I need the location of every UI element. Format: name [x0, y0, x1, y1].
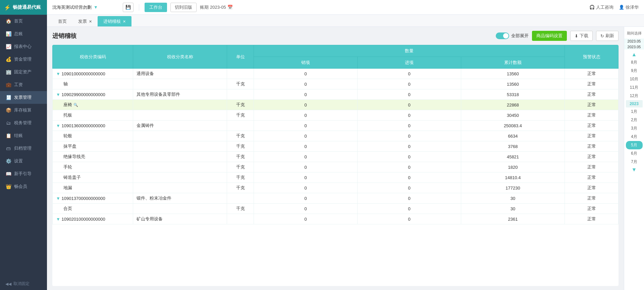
cell-tax-name: [133, 172, 227, 183]
tab-home[interactable]: 首页: [52, 16, 72, 26]
cell-tax-name: [133, 204, 227, 214]
sidebar-item-invoice[interactable]: 🧾 发票管理: [0, 91, 47, 104]
tab-invoice[interactable]: 发票 ✕: [72, 16, 98, 26]
cell-tax-code: ▼ 109010000000000000: [53, 69, 133, 79]
period-5[interactable]: 5月: [626, 141, 643, 149]
cell-total: 3768: [461, 141, 565, 152]
cell-unit: 千克: [227, 141, 254, 152]
period-down-button[interactable]: ▼: [632, 166, 637, 173]
sidebar-item-salary[interactable]: 💼 工资: [0, 78, 47, 91]
cell-sales: 0: [254, 79, 358, 89]
cell-sales: 0: [254, 121, 358, 131]
period-12[interactable]: 12月: [626, 92, 643, 100]
cell-purchase: 0: [358, 183, 461, 193]
collapse-icon[interactable]: ▼: [56, 92, 60, 97]
sidebar-item-assets[interactable]: 🏢 固定资产: [0, 66, 47, 78]
period-display: 账期 2023-05 📅: [200, 4, 233, 10]
tab-reconcile-close[interactable]: ✕: [123, 19, 126, 24]
collapse-icon[interactable]: ▼: [56, 196, 60, 201]
close-period-icon: 📋: [5, 133, 11, 138]
tab-invoice-close[interactable]: ✕: [89, 19, 92, 24]
cell-unit: 千克: [227, 183, 254, 193]
expand-toggle[interactable]: [496, 32, 509, 39]
calendar-icon[interactable]: 📅: [227, 5, 233, 10]
th-quantity: 数量: [254, 45, 565, 57]
table-row: 抹平盘千克003768正常: [53, 141, 619, 152]
period-up-button[interactable]: ▲: [632, 51, 637, 58]
cell-tax-name: [133, 131, 227, 141]
cell-sales: 0: [254, 172, 358, 183]
period-6[interactable]: 6月: [626, 149, 643, 158]
tax-icon: 🗂: [5, 120, 11, 126]
reports-icon: 📈: [5, 44, 11, 49]
tab-reconcile-label: 进销稽核: [103, 18, 121, 24]
sidebar-item-member[interactable]: 👑 畅会员: [0, 180, 47, 193]
product-code-button[interactable]: 商品编码设置: [532, 31, 567, 41]
period-7[interactable]: 7月: [626, 158, 643, 166]
th-sales: 销项: [254, 57, 358, 69]
cell-status: 正常: [565, 172, 619, 183]
refresh-button[interactable]: ↻ 刷新: [596, 31, 619, 41]
sidebar-label-guide: 新手引导: [14, 171, 32, 177]
cell-sales: 0: [254, 214, 358, 224]
period-8[interactable]: 8月: [626, 58, 643, 67]
unpin-icon: ◀◀: [5, 282, 11, 286]
cell-total: 14810.4: [461, 172, 565, 183]
assets-icon: 🏢: [5, 69, 11, 75]
table-row: ▼ 109029900000000000其他专用设备及零部件0053318正常: [53, 89, 619, 100]
sidebar-item-reports[interactable]: 📈 报表中心: [0, 40, 47, 53]
table-row: ▼ 109010000000000000通用设备0013560正常: [53, 69, 619, 79]
sidebar-label-inventory: 库存核算: [14, 107, 32, 113]
company-selector[interactable]: 沈海英测试经营勿删 ▼: [52, 4, 119, 10]
cell-sales: 0: [254, 152, 358, 162]
cell-purchase: 0: [358, 204, 461, 214]
cell-total: 1820: [461, 162, 565, 172]
sidebar-unpin-button[interactable]: ◀◀ 取消固定: [0, 278, 47, 290]
collapse-icon[interactable]: ▼: [56, 123, 60, 128]
member-icon: 👑: [5, 184, 11, 189]
collapse-icon[interactable]: ▼: [56, 217, 60, 222]
page-header: 进销稽核 全部展开 商品编码设置 ⬇ 下载 ↻ 刷新: [52, 31, 619, 41]
user-profile[interactable]: 👤 徐泽华: [619, 4, 639, 10]
search-icon[interactable]: 🔍: [73, 103, 78, 107]
cell-sales: 0: [254, 193, 358, 204]
sidebar-item-guide[interactable]: 📖 新手引导: [0, 167, 47, 180]
download-button[interactable]: ⬇ 下载: [570, 31, 593, 41]
sidebar-item-ledger[interactable]: 📊 总账: [0, 27, 47, 40]
period-10[interactable]: 10月: [626, 75, 643, 83]
sidebar-item-tax[interactable]: 🗂 税务管理: [0, 117, 47, 129]
period-9[interactable]: 9月: [626, 67, 643, 75]
support-button[interactable]: 🎧 人工咨询: [589, 4, 613, 10]
period-11[interactable]: 11月: [626, 83, 643, 92]
period-2[interactable]: 2月: [626, 116, 643, 124]
sidebar-item-close[interactable]: 📋 结账: [0, 129, 47, 142]
period-4[interactable]: 4月: [626, 133, 643, 141]
sidebar-item-settings[interactable]: ⚙️ 设置: [0, 155, 47, 167]
cell-sales: 0: [254, 204, 358, 214]
cell-sales: 0: [254, 141, 358, 152]
sidebar-item-finance[interactable]: 💰 资金管理: [0, 53, 47, 66]
switch-version-button[interactable]: 切到旧版: [170, 3, 197, 12]
save-button[interactable]: 💾: [123, 3, 133, 12]
th-total: 累计数额: [461, 57, 565, 69]
tab-reconcile[interactable]: 进销稽核 ✕: [98, 16, 131, 26]
cell-tax-name: [133, 162, 227, 172]
cell-tax-name: [133, 110, 227, 121]
collapse-icon[interactable]: ▼: [56, 71, 60, 76]
sidebar-item-home[interactable]: 🏠 首页: [0, 15, 47, 27]
cell-tax-name: 锻件、粉末冶金件: [133, 193, 227, 204]
period-panel-title: 期间选择: [626, 29, 643, 37]
workbench-button[interactable]: 工作台: [145, 3, 167, 12]
sidebar-item-archive[interactable]: 🗃 归档管理: [0, 142, 47, 155]
period-3[interactable]: 3月: [626, 124, 643, 133]
sidebar-item-inventory[interactable]: 📦 库存核算: [0, 104, 47, 117]
cell-purchase: 0: [358, 100, 461, 110]
cell-total: 30: [461, 204, 565, 214]
expand-toggle-label: 全部展开: [511, 33, 529, 39]
cell-tax-name: [133, 79, 227, 89]
period-1[interactable]: 1月: [626, 107, 643, 116]
cell-status: 正常: [565, 69, 619, 79]
cell-sales: 0: [254, 100, 358, 110]
cell-sales: 0: [254, 69, 358, 79]
cell-tax-code: ▼ 109013600000000000: [53, 121, 133, 131]
